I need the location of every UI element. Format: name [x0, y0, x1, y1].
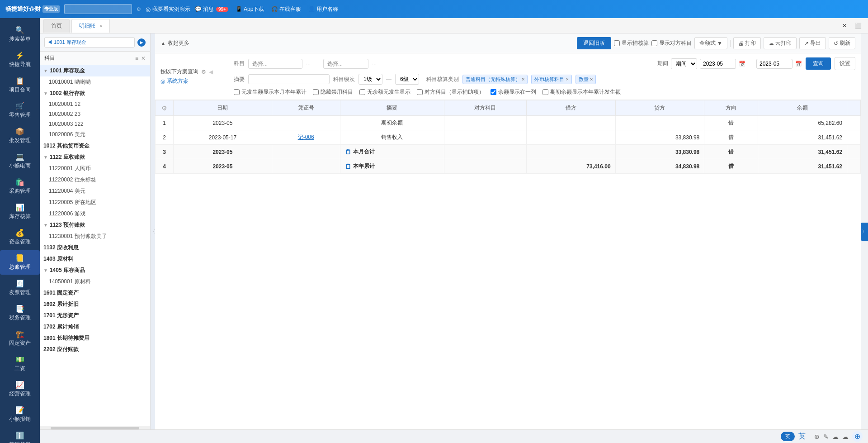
- period-start-input[interactable]: [700, 59, 736, 69]
- sidebar-item-capital[interactable]: 💰 资金管理: [0, 225, 40, 249]
- sidebar-item-report[interactable]: 📝 小畅报销: [0, 402, 40, 427]
- tree-search-box[interactable]: ◀ 1001 库存现金: [44, 37, 135, 48]
- helper-checkbox[interactable]: [614, 40, 620, 46]
- sidebar-item-wholesale[interactable]: 📦 批发管理: [0, 124, 40, 148]
- period-type-select[interactable]: 期间: [671, 58, 697, 69]
- table-container[interactable]: ⚙ 日期 凭证号 摘要 对方科目 借方 贷方 方向 余额: [155, 100, 861, 429]
- tree-node-11220001[interactable]: 11220001 人民币: [40, 163, 150, 174]
- panel-collapse-handle[interactable]: 〈: [151, 33, 155, 429]
- query-collapse-icon[interactable]: ◀: [209, 69, 213, 75]
- tree-node-11220002[interactable]: 11220002 往来标签: [40, 174, 150, 186]
- sidebar-item-basic[interactable]: ℹ️ 基础信息: [0, 428, 40, 443]
- status-icon5[interactable]: ☁: [842, 433, 849, 440]
- tree-node-1801[interactable]: 1801 长期待摊费用: [40, 333, 150, 344]
- system-scheme-btn[interactable]: ◎ 系统方案: [160, 77, 228, 85]
- check1[interactable]: [234, 89, 240, 95]
- user-avatar[interactable]: 👤 用户名称: [308, 5, 338, 13]
- tree-node-14050001[interactable]: 14050001 原材料: [40, 276, 150, 287]
- sidebar-item-quicknav[interactable]: ⚡ 快捷导航: [0, 48, 40, 72]
- period-calendar-icon[interactable]: 📅: [739, 61, 745, 67]
- summary-input[interactable]: [248, 74, 330, 84]
- show-counter-check[interactable]: 显示对方科目: [651, 39, 692, 47]
- sidebar-item-project[interactable]: 📋 项目合同: [0, 73, 40, 97]
- status-icon3[interactable]: ✎: [823, 433, 829, 440]
- type-tag2[interactable]: 外币核算科目 ×: [531, 75, 571, 84]
- period-calendar-icon2[interactable]: 📅: [795, 61, 802, 67]
- query-btn[interactable]: 查询: [806, 57, 831, 70]
- sidebar-item-business[interactable]: 📈 经营管理: [0, 377, 40, 401]
- tree-node-2202[interactable]: 2202 应付账款: [40, 344, 150, 355]
- tree-node-1602[interactable]: 1602 累计折旧: [40, 299, 150, 310]
- back-old-btn[interactable]: 退回旧版: [577, 37, 611, 49]
- settings-btn[interactable]: 设置: [835, 57, 855, 70]
- sidebar-item-salary[interactable]: 💵 工资: [0, 352, 40, 376]
- tree-node-1123[interactable]: ▼ 1123 预付账款: [40, 219, 150, 231]
- tree-node-10020003[interactable]: 10020003 122: [40, 119, 150, 129]
- sidebar-item-fixed-assets[interactable]: 🏗️ 固定资产: [0, 326, 40, 351]
- sidebar-item-ecommerce[interactable]: 💻 小畅电商: [0, 149, 40, 173]
- tree-node-11220004[interactable]: 11220004 美元: [40, 186, 150, 197]
- period-end-input[interactable]: [756, 59, 793, 69]
- eat-btn[interactable]: 英: [781, 432, 795, 441]
- status-icon1[interactable]: 英: [798, 432, 806, 441]
- window-maximize-btn[interactable]: ⬜: [852, 22, 864, 30]
- check1-group[interactable]: 无发生额显示本月本年累计: [234, 88, 307, 96]
- level-end-select[interactable]: 6级: [395, 74, 419, 85]
- filter-icon1[interactable]: ≡: [135, 55, 138, 62]
- window-close-btn[interactable]: ✕: [840, 22, 849, 30]
- th-settings[interactable]: ⚙: [156, 100, 174, 116]
- tree-node-1403[interactable]: 1403 原材料: [40, 253, 150, 265]
- settings-icon[interactable]: ⚙: [137, 6, 141, 12]
- status-icon2[interactable]: ⊕: [814, 433, 820, 440]
- tab-home[interactable]: 首页: [43, 19, 70, 33]
- check3[interactable]: [359, 89, 365, 95]
- app-download-btn[interactable]: 📱 App下载: [236, 5, 264, 13]
- tree-node-11220005[interactable]: 11220005 所在地区: [40, 197, 150, 208]
- check2-group[interactable]: 隐藏禁用科目: [313, 88, 353, 96]
- tree-node-1001[interactable]: ▼ 1001 库存现金: [40, 65, 150, 76]
- td-voucher-link[interactable]: 记-006: [272, 130, 340, 145]
- sidebar-item-inventory[interactable]: 📊 库存核算: [0, 200, 40, 224]
- kemu-input[interactable]: [248, 59, 302, 69]
- print-btn[interactable]: 🖨 打印: [733, 37, 761, 49]
- show-helper-check[interactable]: 显示辅核算: [614, 39, 649, 47]
- sidebar-item-ledger[interactable]: 📒 总账管理: [0, 250, 40, 275]
- check4[interactable]: [417, 89, 423, 95]
- amount-style-btn[interactable]: 金额式 ▼: [694, 37, 727, 49]
- export-btn[interactable]: ↗ 导出: [799, 37, 826, 49]
- tree-node-10020006[interactable]: 10020006 美元: [40, 129, 150, 140]
- counter-checkbox[interactable]: [651, 40, 657, 46]
- check3-group[interactable]: 无余额无发生显示: [359, 88, 410, 96]
- sidebar-item-retail[interactable]: 🛒 零售管理: [0, 98, 40, 123]
- check4-group[interactable]: 对方科目（显示辅助项）: [417, 88, 484, 96]
- type-tag2-remove[interactable]: ×: [566, 76, 568, 82]
- check6[interactable]: [542, 89, 548, 95]
- status-icon6[interactable]: ⊕: [852, 431, 863, 442]
- kemu-end-input[interactable]: [323, 59, 368, 69]
- sidebar-item-tax[interactable]: 📑 税务管理: [0, 301, 40, 325]
- message-btn[interactable]: 💬 消息 99+: [195, 5, 228, 13]
- tree-node-10020001[interactable]: 10020001 12: [40, 99, 150, 109]
- online-service-btn[interactable]: 🎧 在线客服: [271, 5, 301, 13]
- tree-node-1002[interactable]: ▼ 1002 银行存款: [40, 88, 150, 99]
- tree-node-1601[interactable]: 1601 固定资产: [40, 287, 150, 299]
- right-edge-btn[interactable]: 〉: [861, 223, 868, 241]
- tab-close-btn[interactable]: ×: [99, 24, 102, 29]
- tree-node-1702[interactable]: 1702 累计摊销: [40, 321, 150, 333]
- tree-node-1012[interactable]: 1012 其他货币资金: [40, 140, 150, 152]
- tab-detail[interactable]: 明细账 ×: [71, 19, 110, 33]
- check5[interactable]: [491, 89, 496, 95]
- tree-nav-arrow[interactable]: ▶: [137, 38, 146, 47]
- tree-node-11230001[interactable]: 11230001 预付账款美子: [40, 231, 150, 242]
- col-settings-icon[interactable]: ⚙: [161, 105, 167, 112]
- status-icon4[interactable]: ☁: [832, 433, 839, 440]
- sidebar-item-search[interactable]: 🔍 搜索菜单: [0, 22, 40, 47]
- check2[interactable]: [313, 89, 319, 95]
- cloud-print-btn[interactable]: ☁ 云打印: [764, 37, 797, 49]
- check5-group[interactable]: 余额显示在一列: [491, 88, 536, 96]
- sidebar-item-invoice[interactable]: 🧾 发票管理: [0, 276, 40, 300]
- filter-icon2[interactable]: ✕: [141, 55, 146, 62]
- tree-node-1405[interactable]: ▼ 1405 库存商品: [40, 265, 150, 276]
- top-search-input[interactable]: [64, 4, 132, 14]
- tree-node-11220006[interactable]: 11220006 游戏: [40, 208, 150, 219]
